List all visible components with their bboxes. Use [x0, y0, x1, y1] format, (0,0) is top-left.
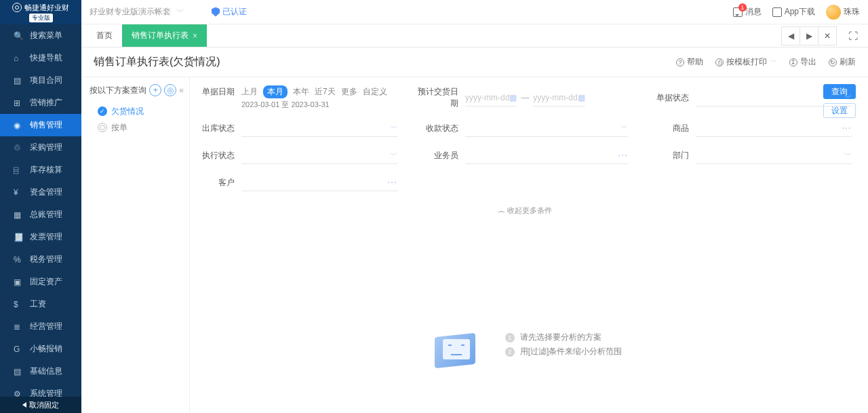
sidebar-item-label: 采购管理 — [30, 142, 62, 153]
scheme-item-shortage[interactable]: ✓ 欠货情况 — [98, 103, 184, 119]
user-menu[interactable]: 珠珠 — [826, 5, 860, 20]
chevron-down-icon: ﹀ — [771, 58, 777, 66]
scheme-item-by-order[interactable]: 按单 — [98, 119, 184, 136]
sidebar-item-6[interactable]: ⌸库存核算 — [0, 159, 81, 181]
shortcut-this-year[interactable]: 本年 — [293, 86, 309, 98]
message-badge: 1 — [738, 3, 747, 12]
tab-next-button[interactable]: ▶ — [800, 26, 818, 45]
avatar-icon — [826, 5, 841, 20]
collapse-filters-button[interactable]: ︽ 收起更多条件 — [194, 201, 856, 220]
sidebar-item-7[interactable]: ¥资金管理 — [0, 181, 81, 203]
est-date-from-input[interactable]: yyyy-mm-dd▦ — [465, 89, 517, 106]
sidebar-item-5[interactable]: ♲采购管理 — [0, 136, 81, 159]
sidebar-item-1[interactable]: ⌂快捷导航 — [0, 47, 81, 69]
sidebar-item-label: 库存核算 — [30, 164, 62, 176]
dept-label: 部门 — [648, 150, 689, 161]
sidebar-item-11[interactable]: ▣固定资产 — [0, 271, 81, 293]
download-icon — [772, 7, 782, 17]
sidebar-item-9[interactable]: 🧾发票管理 — [0, 226, 81, 248]
sidebar-item-10[interactable]: %税务管理 — [0, 248, 81, 271]
sidebar-item-label: 发票管理 — [30, 231, 62, 243]
close-icon[interactable]: × — [193, 31, 197, 41]
pay-status-select[interactable]: ﹀ — [465, 119, 628, 137]
tab-close-all-button[interactable]: ✕ — [818, 26, 837, 45]
tab-bar: 首页 销售订单执行表 × ◀ ▶ ✕ ⛶ — [81, 24, 868, 47]
print-template-button[interactable]: ⎙按模板打印﹀ — [715, 56, 777, 68]
sidebar-item-13[interactable]: ≣经营管理 — [0, 315, 81, 338]
sidebar-item-0[interactable]: 🔍搜索菜单 — [0, 24, 81, 47]
sidebar-item-12[interactable]: $工资 — [0, 293, 81, 315]
sidebar-item-label: 快捷导航 — [30, 52, 62, 64]
shortcut-last-month[interactable]: 上月 — [241, 86, 258, 98]
sidebar-icon: ▤ — [14, 76, 23, 85]
out-status-select[interactable]: ﹀ — [241, 119, 397, 137]
app-download-button[interactable]: App下载 — [772, 6, 815, 18]
page-title: 销售订单执行表(欠货情况) — [94, 55, 220, 69]
shortcut-custom[interactable]: 自定义 — [363, 86, 387, 98]
sidebar-item-label: 税务管理 — [30, 254, 62, 265]
sidebar-icon: ▦ — [14, 210, 23, 220]
brand-name: 畅捷通好业财 — [24, 3, 69, 13]
dept-select[interactable]: ﹀ — [696, 146, 852, 164]
account-selector[interactable]: 好业财专业版演示帐套 ﹀ — [90, 6, 184, 18]
sidebar-icon: ≣ — [14, 322, 23, 332]
doc-date-range: 2023-03-01 至 2023-03-31 — [194, 100, 397, 110]
refresh-button[interactable]: ↻刷新 — [829, 56, 856, 68]
sidebar-icon: ▣ — [14, 277, 23, 287]
exec-status-label: 执行状态 — [194, 150, 235, 161]
filter-area: 查询 设置 单据日期 上月 本月 本年 近7天 更多 自定义 — [190, 77, 868, 413]
goods-picker[interactable]: ⋯ — [696, 119, 852, 137]
messages-button[interactable]: 1 消息 — [733, 6, 762, 18]
collapse-panel-button[interactable]: « — [179, 85, 184, 95]
doc-status-label: 单据状态 — [648, 92, 689, 104]
empty-step-2: 2用[过滤]条件来缩小分析范围 — [505, 346, 623, 357]
sidebar: 🔍搜索菜单⌂快捷导航▤项目合同⊞营销推广◉销售管理♲采购管理⌸库存核算¥资金管理… — [0, 24, 81, 413]
sidebar-item-8[interactable]: ▦总账管理 — [0, 203, 81, 226]
sidebar-item-label: 小畅报销 — [30, 343, 62, 355]
shortcut-more[interactable]: 更多 — [341, 86, 357, 98]
scheme-settings-button[interactable]: ◎ — [164, 84, 176, 96]
sidebar-item-15[interactable]: ▤基础信息 — [0, 360, 81, 382]
customer-label: 客户 — [194, 177, 235, 189]
doc-status-select[interactable]: ﹀ — [696, 89, 852, 106]
sidebar-item-label: 经营管理 — [30, 321, 62, 332]
sidebar-item-4[interactable]: ◉销售管理 — [0, 114, 81, 136]
chevron-down-icon: ﹀ — [844, 92, 852, 102]
sidebar-item-label: 营销推广 — [30, 97, 62, 109]
tab-sales-order-exec[interactable]: 销售订单执行表 × — [122, 24, 207, 47]
unpin-sidebar-button[interactable]: 取消固定 — [0, 397, 81, 413]
tab-home[interactable]: 首页 — [87, 24, 122, 47]
brand-logo: 畅捷通好业财 专业版 — [0, 0, 81, 24]
more-icon: ⋯ — [387, 177, 397, 188]
chevron-down-icon: ﹀ — [620, 123, 628, 133]
help-button[interactable]: ?帮助 — [676, 56, 703, 68]
est-date-label: 预计交货日期 — [418, 86, 458, 109]
export-button[interactable]: ↧导出 — [789, 56, 816, 68]
sidebar-item-3[interactable]: ⊞营销推广 — [0, 92, 81, 114]
sidebar-item-label: 固定资产 — [30, 276, 62, 288]
sidebar-item-2[interactable]: ▤项目合同 — [0, 69, 81, 92]
empty-state: 1请先选择要分析的方案 2用[过滤]条件来缩小分析范围 — [194, 222, 856, 372]
exec-status-select[interactable]: ﹀ — [241, 146, 397, 164]
empty-illustration-icon — [428, 317, 489, 372]
calendar-icon: ▦ — [509, 93, 517, 102]
shield-icon — [212, 7, 220, 17]
doc-date-label: 单据日期 — [194, 86, 235, 98]
salesman-picker[interactable]: ⋯ — [465, 146, 628, 164]
calendar-icon: ▦ — [578, 93, 585, 102]
customer-picker[interactable]: ⋯ — [241, 174, 397, 191]
sidebar-icon: ♲ — [14, 143, 23, 153]
est-date-to-input[interactable]: yyyy-mm-dd▦ — [533, 89, 585, 106]
sidebar-icon: % — [14, 255, 23, 264]
sidebar-icon: $ — [14, 300, 23, 309]
chevron-up-icon: ︽ — [498, 208, 505, 214]
add-scheme-button[interactable]: + — [149, 84, 161, 96]
top-bar: 畅捷通好业财 专业版 好业财专业版演示帐套 ﹀ 已认证 1 消息 App下载 珠… — [0, 0, 868, 24]
shortcut-this-month[interactable]: 本月 — [263, 85, 288, 98]
sidebar-icon: ⌸ — [14, 165, 23, 175]
shortcut-7days[interactable]: 近7天 — [315, 86, 336, 98]
tab-prev-button[interactable]: ◀ — [781, 26, 800, 45]
fullscreen-button[interactable]: ⛶ — [844, 26, 863, 45]
radio-on-icon: ✓ — [98, 106, 107, 116]
sidebar-item-14[interactable]: G小畅报销 — [0, 338, 81, 360]
